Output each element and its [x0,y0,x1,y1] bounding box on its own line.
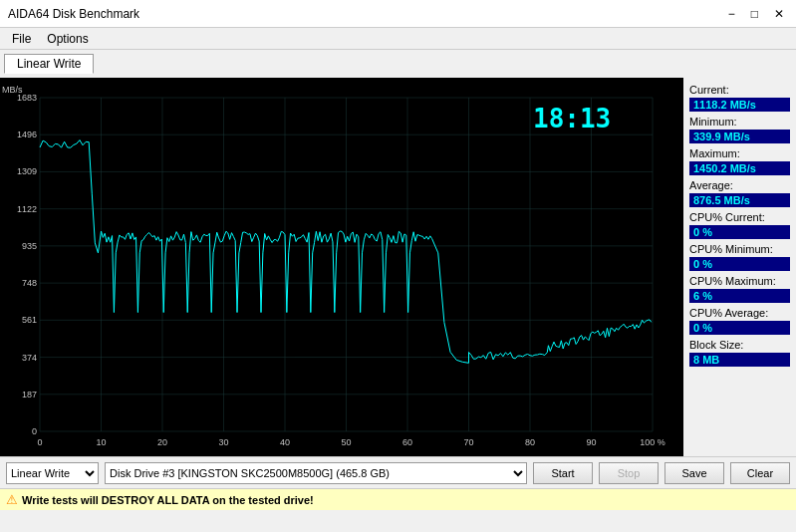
cpu-maximum-label: CPU% Maximum: [689,275,790,287]
minimize-button[interactable]: − [724,7,739,21]
menu-file[interactable]: File [4,30,39,47]
close-button[interactable]: ✕ [770,7,788,21]
bottom-bar: Linear Write Linear Read Random Write Ra… [0,456,796,488]
maximum-label: Maximum: [689,147,790,159]
average-label: Average: [689,179,790,191]
warning-bar: ⚠ Write tests will DESTROY ALL DATA on t… [0,488,796,510]
drive-select[interactable]: Disk Drive #3 [KINGSTON SKC2500M8500G] (… [105,462,527,484]
tab-area: Linear Write [0,50,796,78]
cpu-average-value: 0 % [689,321,790,335]
maximum-value: 1450.2 MB/s [689,161,790,175]
cpu-minimum-value: 0 % [689,257,790,271]
block-size-label: Block Size: [689,339,790,351]
current-value: 1118.2 MB/s [689,98,790,112]
main-content: MB/s 18:13 Current: 1118.2 MB/s Minimum:… [0,78,796,456]
test-type-select[interactable]: Linear Write Linear Read Random Write Ra… [6,462,99,484]
cpu-current-value: 0 % [689,225,790,239]
menu-options[interactable]: Options [39,30,96,47]
cpu-average-label: CPU% Average: [689,307,790,319]
minimum-label: Minimum: [689,116,790,128]
maximize-button[interactable]: □ [747,7,762,21]
average-value: 876.5 MB/s [689,193,790,207]
stop-button[interactable]: Stop [599,462,659,484]
menu-bar: File Options [0,28,796,50]
cpu-minimum-label: CPU% Minimum: [689,243,790,255]
minimum-value: 339.9 MB/s [689,130,790,143]
stats-panel: Current: 1118.2 MB/s Minimum: 339.9 MB/s… [683,78,796,456]
window-controls: − □ ✕ [724,7,788,21]
title-bar: AIDA64 Disk Benchmark − □ ✕ [0,0,796,28]
clear-button[interactable]: Clear [730,462,790,484]
current-label: Current: [689,84,790,96]
block-size-value: 8 MB [689,353,790,367]
cpu-current-label: CPU% Current: [689,211,790,223]
tab-linear-write[interactable]: Linear Write [4,54,94,74]
save-button[interactable]: Save [664,462,724,484]
start-button[interactable]: Start [533,462,593,484]
chart-container: MB/s 18:13 [0,78,683,456]
warning-text: Write tests will DESTROY ALL DATA on the… [22,494,314,506]
app-title: AIDA64 Disk Benchmark [8,7,139,21]
cpu-maximum-value: 6 % [689,289,790,303]
warning-icon: ⚠ [6,492,18,507]
